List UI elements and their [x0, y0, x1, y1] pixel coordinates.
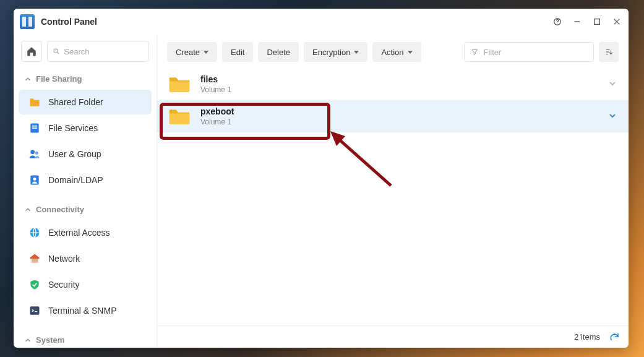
- sidebar-item-network[interactable]: Network: [19, 246, 152, 271]
- expand-chevron[interactable]: [609, 79, 616, 90]
- svg-line-23: [335, 136, 391, 186]
- edit-button[interactable]: Edit: [222, 42, 253, 62]
- folder-row[interactable]: files Volume 1: [157, 68, 629, 100]
- svg-marker-19: [408, 51, 413, 54]
- statusbar: 2 items: [157, 325, 629, 348]
- sidebar-item-label: Network: [48, 254, 80, 264]
- caret-down-icon: [204, 49, 208, 54]
- svg-point-13: [33, 178, 36, 181]
- search-icon: [53, 47, 60, 56]
- refresh-button[interactable]: [609, 332, 620, 343]
- folder-location: Volume 1: [200, 118, 599, 126]
- expand-chevron[interactable]: [609, 111, 616, 122]
- external-access-icon: [28, 226, 41, 239]
- sidebar-item-label: File Services: [48, 123, 98, 133]
- sidebar-item-security[interactable]: Security: [19, 272, 152, 297]
- section-connectivity[interactable]: Connectivity: [14, 199, 157, 219]
- action-button[interactable]: Action: [372, 42, 421, 62]
- home-button[interactable]: [21, 41, 42, 62]
- chevron-up-icon: [25, 337, 31, 343]
- folder-name: pxeboot: [200, 106, 599, 116]
- search-input[interactable]: [64, 47, 144, 56]
- terminal-icon: [28, 304, 41, 317]
- sidebar-item-external-access[interactable]: External Access: [19, 220, 152, 245]
- sidebar: File Sharing Shared Folder File Services…: [14, 35, 157, 348]
- chevron-down-icon: [609, 80, 616, 87]
- section-label: File Sharing: [36, 74, 82, 84]
- sidebar-item-shared-folder[interactable]: Shared Folder: [19, 90, 152, 114]
- sidebar-item-domain-ldap[interactable]: Domain/LDAP: [19, 168, 152, 192]
- svg-rect-9: [32, 127, 37, 129]
- caret-down-icon: [354, 49, 359, 54]
- file-services-icon: [28, 122, 41, 134]
- folder-location: Volume 1: [200, 85, 599, 94]
- svg-rect-8: [32, 126, 37, 127]
- toolbar: Create Edit Delete Encryption Action: [157, 35, 629, 68]
- filter-input[interactable]: [483, 48, 587, 57]
- sidebar-item-terminal-snmp[interactable]: Terminal & SNMP: [19, 298, 152, 323]
- folder-row[interactable]: pxeboot Volume 1: [157, 100, 629, 132]
- chevron-up-icon: [25, 207, 31, 213]
- domain-ldap-icon: [28, 174, 41, 186]
- chevron-down-icon: [609, 112, 616, 119]
- item-count: 2 items: [574, 332, 600, 342]
- section-label: Connectivity: [36, 205, 84, 214]
- svg-marker-24: [330, 131, 345, 146]
- folder-icon: [168, 75, 191, 93]
- maximize-button[interactable]: [593, 17, 601, 26]
- svg-point-5: [54, 49, 58, 53]
- svg-line-6: [57, 52, 59, 54]
- user-group-icon: [28, 148, 41, 160]
- sidebar-item-file-services[interactable]: File Services: [19, 116, 152, 140]
- content-area: Create Edit Delete Encryption Action: [157, 35, 629, 348]
- window-title: Control Panel: [41, 17, 553, 27]
- section-system[interactable]: System: [14, 329, 157, 348]
- svg-point-11: [35, 152, 38, 155]
- network-icon: [28, 252, 41, 265]
- shield-icon: [28, 278, 41, 291]
- annotation-arrow: [329, 130, 403, 192]
- close-button[interactable]: [612, 17, 621, 26]
- folder-icon: [28, 96, 41, 108]
- svg-rect-15: [32, 259, 38, 263]
- chevron-up-icon: [25, 76, 31, 82]
- svg-marker-17: [204, 51, 208, 54]
- sidebar-item-label: Security: [48, 280, 80, 290]
- sidebar-search[interactable]: [47, 41, 149, 62]
- refresh-icon: [609, 332, 620, 343]
- folder-name: files: [200, 74, 599, 84]
- sidebar-item-label: Domain/LDAP: [48, 175, 103, 185]
- filter-box[interactable]: [464, 42, 594, 62]
- minimize-button[interactable]: [573, 17, 582, 26]
- folder-list: files Volume 1 pxeboot Volume 1: [157, 68, 629, 325]
- sidebar-item-label: External Access: [48, 228, 110, 238]
- sidebar-item-label: Shared Folder: [48, 97, 103, 107]
- section-file-sharing[interactable]: File Sharing: [14, 68, 157, 88]
- section-label: System: [36, 335, 64, 345]
- sidebar-item-user-group[interactable]: User & Group: [19, 142, 152, 166]
- funnel-icon: [471, 48, 478, 56]
- caret-down-icon: [408, 49, 413, 54]
- svg-rect-2: [595, 19, 600, 24]
- app-icon: [20, 14, 35, 29]
- sidebar-item-label: User & Group: [48, 149, 101, 159]
- sidebar-item-label: Terminal & SNMP: [48, 306, 116, 316]
- delete-button[interactable]: Delete: [258, 42, 299, 62]
- help-button[interactable]: [553, 17, 562, 26]
- encryption-button[interactable]: Encryption: [304, 42, 367, 62]
- svg-rect-16: [30, 306, 40, 314]
- control-panel-window: Control Panel: [14, 9, 629, 348]
- create-button[interactable]: Create: [167, 42, 217, 62]
- folder-icon: [168, 107, 191, 126]
- svg-marker-18: [354, 51, 359, 54]
- titlebar: Control Panel: [14, 9, 629, 35]
- sort-button[interactable]: [599, 42, 619, 62]
- svg-point-10: [30, 150, 35, 154]
